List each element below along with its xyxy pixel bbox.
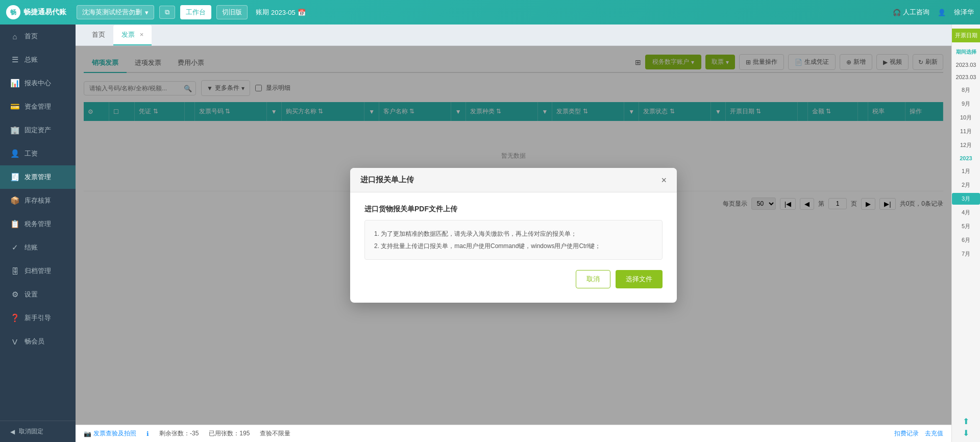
tab-invoice[interactable]: 发票 × (113, 25, 152, 45)
assets-icon: 🏢 (10, 126, 19, 135)
copy-button[interactable]: ⧉ (159, 6, 175, 19)
sidebar-item-guide[interactable]: ❓ 新手引导 (0, 306, 76, 330)
sidebar-item-label: 库存核算 (24, 196, 51, 205)
calendar-icon[interactable]: 📅 (298, 9, 306, 16)
sidebar-item-reports[interactable]: 📊 报表中心 (0, 71, 76, 95)
month-11[interactable]: 11月 (952, 126, 980, 137)
guide-icon: ❓ (10, 313, 19, 323)
sidebar-item-capital[interactable]: 💳 资金管理 (0, 95, 76, 118)
app-name: 畅捷通易代账 (23, 8, 66, 17)
sidebar-item-label: 总账 (24, 55, 38, 64)
month-2023-03-2[interactable]: 2023.03 (952, 72, 980, 82)
app-logo: 畅 畅捷通易代账 (6, 5, 66, 19)
month-4[interactable]: 4月 (952, 207, 980, 218)
dialog-info-item-2: 2. 支持批量上传进口报关单，mac用户使用Command键，windows用户… (374, 240, 653, 252)
sidebar-item-settle[interactable]: ✓ 结账 (0, 236, 76, 259)
sidebar-item-label: 固定资产 (24, 126, 51, 135)
period-select-label: 期间选择 (955, 46, 977, 58)
sidebar-item-ledger[interactable]: ☰ 总账 (0, 48, 76, 71)
dialog-section-title: 进口货物报关单PDF文件上传 (364, 205, 663, 214)
headset-icon: 🎧 (893, 9, 901, 16)
sidebar-item-invoice[interactable]: 🧾 发票管理 (0, 165, 76, 189)
switch-version-button[interactable]: 切旧版 (216, 5, 248, 19)
dialog-body: 进口货物报关单PDF文件上传 1. 为了更加精准的数据匹配，请先录入海关缴款书，… (350, 192, 677, 303)
settings-icon: ⚙ (10, 290, 19, 299)
month-8[interactable]: 8月 (952, 84, 980, 96)
sidebar: ⌂ 首页 ☰ 总账 📊 报表中心 💳 资金管理 🏢 固定资产 👤 工资 🧾 发票… (0, 24, 76, 442)
fee-record-link[interactable]: 扣费记录 (894, 429, 919, 438)
main-content: 首页 发票 × 销项发票 进项发票 费用小票 ⊞ (76, 24, 951, 442)
workspace-button[interactable]: 工作台 (180, 5, 211, 19)
user-avatar[interactable]: 👤 (938, 9, 946, 16)
archive-icon: 🗄 (10, 267, 19, 276)
expand-down-icon[interactable]: ⬇ (963, 428, 969, 438)
dialog-info-item-1: 1. 为了更加精准的数据匹配，请先录入海关缴款书，再上传对应的报关单； (374, 228, 653, 240)
modal-overlay: 进口报关单上传 × 进口货物报关单PDF文件上传 1. 为了更加精准的数据匹配，… (76, 46, 951, 425)
sidebar-item-home[interactable]: ⌂ 首页 (0, 24, 76, 48)
bottom-bar: 📷 发票查验及拍照 ℹ 剩余张数：-35 已用张数：195 查验不限量 扣费记录… (76, 425, 951, 442)
support-button[interactable]: 🎧 人工咨询 (893, 8, 929, 17)
sidebar-item-tax[interactable]: 📋 税务管理 (0, 212, 76, 236)
salary-icon: 👤 (10, 149, 19, 158)
workspace-label: 工作台 (186, 8, 206, 17)
period-value: 2023-05 (271, 9, 296, 16)
copy-icon: ⧉ (165, 8, 169, 16)
ledger-icon: ☰ (10, 55, 19, 64)
content-area: 销项发票 进项发票 费用小票 ⊞ 税务数字账户 ▾ 取票 ▾ (76, 46, 951, 425)
sidebar-item-assets[interactable]: 🏢 固定资产 (0, 118, 76, 142)
capital-icon: 💳 (10, 102, 19, 111)
bottom-bar-right: 扣费记录 去充值 (894, 429, 943, 438)
logo-icon: 畅 (6, 5, 20, 19)
switch-label: 切旧版 (222, 8, 242, 17)
dialog-cancel-button[interactable]: 取消 (576, 270, 610, 288)
sidebar-item-inventory[interactable]: 📦 库存核算 (0, 189, 76, 212)
invoice-icon: 🧾 (10, 173, 19, 182)
avatar-icon: 👤 (938, 9, 946, 16)
open-ticket-date-btn[interactable]: 开票日期 (952, 29, 980, 42)
dialog-select-file-button[interactable]: 选择文件 (616, 270, 663, 288)
sidebar-item-label: 工资 (24, 149, 38, 158)
tab-close-icon[interactable]: × (140, 31, 144, 38)
tab-home[interactable]: 首页 (84, 25, 113, 45)
tab-bar: 首页 发票 × (76, 24, 951, 46)
inventory-icon: 📦 (10, 196, 19, 205)
year-2023[interactable]: 2023 (952, 153, 980, 163)
top-bar-right: 🎧 人工咨询 👤 徐泽华 (893, 8, 974, 17)
info-icon[interactable]: ℹ (146, 430, 149, 437)
month-2[interactable]: 2月 (952, 179, 980, 191)
chevron-down-icon: ▾ (145, 9, 149, 16)
month-2023-03-1[interactable]: 2023.03 (952, 60, 980, 70)
dialog-footer: 取消 选择文件 (364, 270, 663, 292)
sidebar-item-label: 结账 (24, 243, 38, 252)
check-label[interactable]: 📷 发票查验及拍照 (84, 429, 136, 438)
settle-icon: ✓ (10, 243, 19, 252)
pin-icon: ◀ (10, 428, 15, 435)
query-limit-text: 查验不限量 (260, 429, 290, 438)
pin-toggle[interactable]: ◀ 取消固定 (0, 421, 76, 442)
dialog-close-button[interactable]: × (661, 176, 667, 185)
dialog-header: 进口报关单上传 × (350, 168, 677, 192)
month-5[interactable]: 5月 (952, 220, 980, 232)
sidebar-item-label: 发票管理 (24, 173, 51, 182)
sidebar-item-archive[interactable]: 🗄 归档管理 (0, 259, 76, 283)
recharge-link[interactable]: 去充值 (925, 429, 943, 438)
sidebar-item-label: 归档管理 (24, 266, 51, 276)
remaining-text: 剩余张数：-35 (159, 429, 199, 438)
company-name: 沈海英测试经营勿删 (82, 8, 142, 17)
month-10[interactable]: 10月 (952, 112, 980, 124)
sidebar-item-settings[interactable]: ⚙ 设置 (0, 283, 76, 306)
sidebar-item-label: 税务管理 (24, 219, 51, 229)
month-3[interactable]: 3月 (952, 193, 980, 205)
month-9[interactable]: 9月 (952, 98, 980, 110)
collapse-up-icon[interactable]: ⬆ (963, 416, 969, 426)
sidebar-item-salary[interactable]: 👤 工资 (0, 142, 76, 165)
month-1[interactable]: 1月 (952, 165, 980, 177)
dialog-title: 进口报关单上传 (360, 175, 414, 185)
import-dialog: 进口报关单上传 × 进口货物报关单PDF文件上传 1. 为了更加精准的数据匹配，… (350, 168, 677, 303)
month-12[interactable]: 12月 (952, 139, 980, 151)
month-6[interactable]: 6月 (952, 234, 980, 246)
company-selector[interactable]: 沈海英测试经营勿删 ▾ (77, 5, 154, 19)
tax-icon: 📋 (10, 219, 19, 229)
month-7[interactable]: 7月 (952, 248, 980, 260)
sidebar-item-vip[interactable]: V 畅会员 (0, 330, 76, 353)
